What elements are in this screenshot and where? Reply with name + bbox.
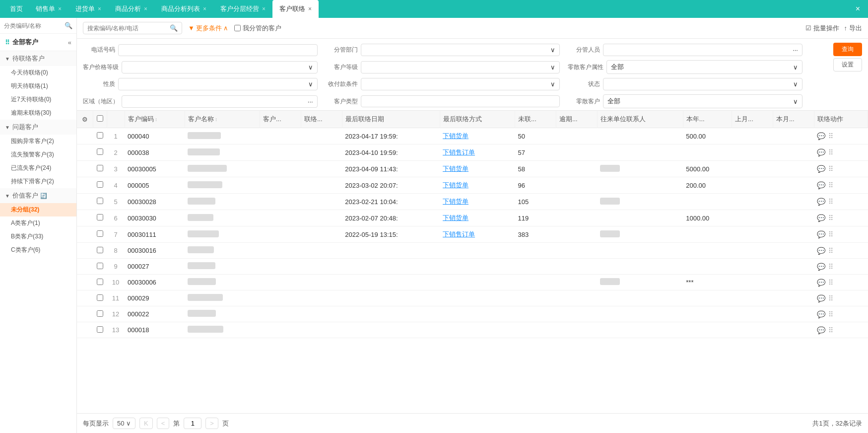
retail-attr-select[interactable]: 全部 ∨ (606, 60, 802, 74)
sidebar-group-pending[interactable]: ▼ 待联络客户 (0, 51, 76, 66)
row-checkbox[interactable] (93, 161, 107, 177)
row-checkbox[interactable] (93, 243, 107, 259)
contact-method-link[interactable]: 下销售订单 (443, 148, 475, 156)
search-box[interactable]: 🔍 (83, 22, 182, 34)
message-icon[interactable]: 💬 (817, 279, 825, 287)
qr-icon[interactable]: ⠿ (828, 181, 833, 189)
page-input[interactable] (184, 418, 201, 429)
row-checkbox[interactable] (93, 177, 107, 194)
contact-method-link[interactable]: 下销货单 (443, 214, 468, 221)
message-icon[interactable]: 💬 (817, 214, 825, 222)
contact-method-link[interactable]: 下销售订单 (443, 230, 475, 238)
manager-select[interactable]: ··· (603, 44, 802, 56)
dept-select[interactable]: ∨ (361, 44, 560, 56)
close-all-tabs[interactable]: × (852, 4, 864, 13)
row-select-checkbox[interactable] (97, 148, 103, 155)
row-select-checkbox[interactable] (97, 279, 103, 285)
row-checkbox[interactable] (93, 259, 107, 275)
row-checkbox[interactable] (93, 306, 107, 322)
price-level-select[interactable]: ∨ (122, 61, 318, 73)
qr-icon[interactable]: ⠿ (828, 263, 833, 271)
message-icon[interactable]: 💬 (817, 230, 825, 238)
sidebar-search-box[interactable]: 🔍 (0, 18, 76, 34)
checkbox-col-header[interactable] (93, 111, 107, 128)
qr-icon[interactable]: ⠿ (828, 165, 833, 173)
qr-icon[interactable]: ⠿ (828, 148, 833, 156)
message-icon[interactable]: 💬 (817, 132, 825, 140)
collapse-icon[interactable]: « (68, 39, 71, 46)
name-col-header[interactable]: 客户名称 (185, 111, 260, 128)
sidebar-item-ungrouped[interactable]: 未分组(32) (0, 203, 76, 216)
sidebar-item-today[interactable]: 今天待联络(0) (0, 66, 76, 79)
contact-method-link[interactable]: 下销货单 (443, 181, 468, 189)
row-checkbox[interactable] (93, 144, 107, 161)
qr-icon[interactable]: ⠿ (828, 214, 833, 222)
message-icon[interactable]: 💬 (817, 198, 825, 206)
tab-customer-segment[interactable]: 客户分层经营 × (213, 0, 272, 18)
qr-icon[interactable]: ⠿ (828, 132, 833, 140)
message-icon[interactable]: 💬 (817, 148, 825, 156)
qr-icon[interactable]: ⠿ (828, 198, 833, 206)
batch-op-btn[interactable]: ☑ 批量操作 (805, 24, 839, 33)
settings-col-header[interactable]: ⚙ (77, 111, 93, 128)
message-icon[interactable]: 💬 (817, 263, 825, 271)
my-customers-check[interactable] (234, 25, 241, 31)
row-checkbox[interactable] (93, 290, 107, 306)
sidebar-search-input[interactable] (4, 22, 63, 29)
qr-icon[interactable]: ⠿ (828, 230, 833, 238)
row-checkbox[interactable] (93, 226, 107, 243)
tab-customer-contact[interactable]: 客户联络 × (272, 0, 319, 18)
message-icon[interactable]: 💬 (817, 247, 825, 255)
message-icon[interactable]: 💬 (817, 310, 825, 318)
qr-icon[interactable]: ⠿ (828, 310, 833, 318)
message-icon[interactable]: 💬 (817, 294, 825, 302)
sidebar-group-value[interactable]: ▼ 价值客户 🔄 (0, 188, 76, 203)
contact-method-link[interactable]: 下销货单 (443, 165, 468, 172)
row-checkbox[interactable] (93, 275, 107, 290)
sidebar-item-class-b[interactable]: B类客户(33) (0, 230, 76, 243)
tab-purchase-order[interactable]: 进货单 × (68, 0, 108, 18)
close-icon[interactable]: × (144, 5, 147, 12)
message-icon[interactable]: 💬 (817, 326, 825, 334)
message-icon[interactable]: 💬 (817, 181, 825, 189)
close-icon[interactable]: × (98, 5, 101, 12)
sidebar-item-churned[interactable]: 已流失客户(24) (0, 161, 76, 175)
close-icon[interactable]: × (262, 5, 266, 12)
query-button[interactable]: 查询 (833, 43, 862, 56)
row-select-checkbox[interactable] (97, 198, 103, 204)
customer-type-input[interactable] (361, 95, 560, 107)
qr-icon[interactable]: ⠿ (828, 247, 833, 255)
row-select-checkbox[interactable] (97, 181, 103, 188)
row-checkbox[interactable] (93, 128, 107, 144)
contact-method-link[interactable]: 下销货单 (443, 198, 468, 205)
sidebar-item-churn-warning[interactable]: 流失预警客户(3) (0, 148, 76, 161)
customer-level-select[interactable]: ∨ (361, 61, 560, 73)
more-conditions-btn[interactable]: ▼ 更多条件 ∧ (188, 24, 228, 33)
qr-icon[interactable]: ⠿ (828, 279, 833, 287)
select-all-checkbox[interactable] (97, 115, 103, 122)
sidebar-group-problem[interactable]: ▼ 问题客户 (0, 120, 76, 135)
next-page-btn[interactable]: > (205, 418, 218, 429)
row-select-checkbox[interactable] (97, 165, 103, 171)
row-checkbox[interactable] (93, 210, 107, 226)
nav-home[interactable]: 首页 (4, 4, 29, 13)
my-customers-checkbox[interactable]: 我分管的客户 (234, 24, 281, 33)
sidebar-item-hoarding[interactable]: 囤购异常客户(2) (0, 135, 76, 148)
sidebar-item-class-c[interactable]: C类客户(6) (0, 243, 76, 257)
sidebar-item-declining[interactable]: 持续下滑客户(2) (0, 175, 76, 188)
region-select[interactable]: ··· (122, 95, 318, 108)
row-select-checkbox[interactable] (97, 263, 103, 269)
row-select-checkbox[interactable] (97, 294, 103, 301)
sidebar-item-7days[interactable]: 近7天待联络(0) (0, 93, 76, 106)
tab-product-analysis-list[interactable]: 商品分析列表 × (154, 0, 213, 18)
qr-icon[interactable]: ⠿ (828, 294, 833, 302)
close-icon[interactable]: × (58, 5, 62, 12)
row-select-checkbox[interactable] (97, 247, 103, 253)
retail-customer-select[interactable]: 全部 ∨ (603, 94, 802, 108)
status-select[interactable]: ∨ (603, 78, 802, 90)
payment-select[interactable]: ∨ (361, 78, 560, 90)
sidebar-all-customers[interactable]: ⠿ 全部客户 « (0, 34, 76, 51)
sidebar-item-overdue[interactable]: 逾期未联络(30) (0, 106, 76, 120)
close-icon[interactable]: × (308, 5, 312, 12)
row-select-checkbox[interactable] (97, 132, 103, 139)
